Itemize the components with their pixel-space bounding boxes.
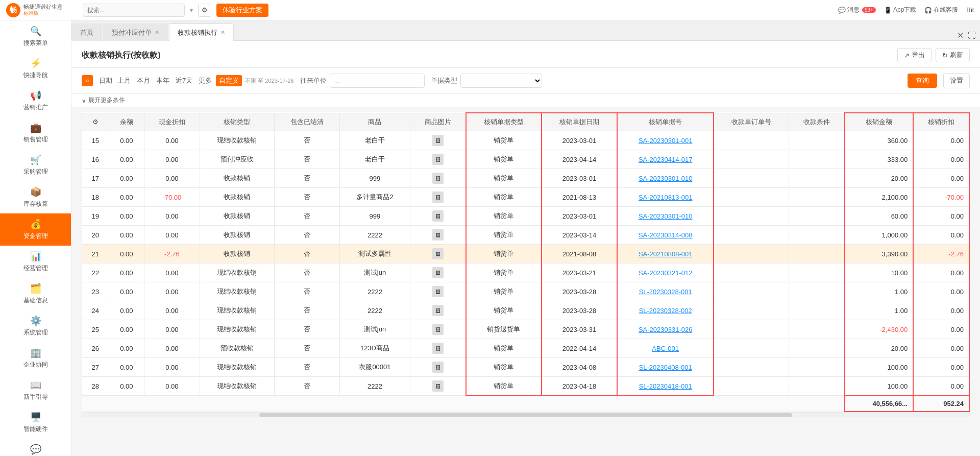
sidebar-item-management[interactable]: 📊经营管理	[0, 246, 71, 278]
cell-cancel-bill-no[interactable]: SL-20230418-001	[617, 377, 714, 396]
cell-cancel-bill-no[interactable]: SA-20230314-008	[617, 226, 714, 245]
cell-cancel-bill-no[interactable]: SA-20230301-010	[617, 169, 714, 188]
cell-cancel-bill-no[interactable]: SL-20230328-001	[617, 282, 714, 301]
cell-cancel-bill-type: 销货单	[466, 377, 542, 396]
col-settings[interactable]: ⚙	[82, 113, 109, 131]
date-more[interactable]: 更多	[197, 75, 214, 86]
sidebar-item-marketing[interactable]: 📢营销推广	[0, 85, 71, 117]
sidebar-item-finance[interactable]: 💰资金管理	[0, 213, 71, 246]
sidebar-item-purchase[interactable]: 🛒采购管理	[0, 149, 71, 181]
cell-cancel-bill-date: 2023-04-18	[542, 377, 617, 396]
cell-cancel-discount: 0.00	[913, 169, 969, 188]
sidebar-item-search[interactable]: 🔍搜索菜单	[0, 20, 71, 53]
marketing-icon: 📢	[30, 90, 41, 101]
cell-goods-image: 🖼	[410, 188, 466, 207]
cell-cancel-amount: 10.00	[845, 263, 913, 282]
maximize-icon[interactable]: ⛶	[968, 31, 976, 40]
cell-receipt-condition	[789, 226, 845, 245]
cell-cancel-discount: 0.00	[913, 263, 969, 282]
date-7days[interactable]: 近7天	[174, 75, 194, 86]
table-row: 20 0.00 0.00 收款核销 否 2222 🖼 销货单 2023-03-1…	[82, 226, 970, 245]
cell-cancel-type: 收款核销	[200, 169, 275, 188]
cell-cash-discount: -70.00	[144, 188, 200, 207]
cell-no: 20	[82, 226, 109, 245]
cell-cancel-amount: 60.00	[845, 207, 913, 226]
cell-cancel-discount: 0.00	[913, 150, 969, 169]
cell-cancel-type: 现结收款核销	[200, 377, 275, 396]
sidebar-item-wechat[interactable]: 💬企业微信	[0, 439, 71, 456]
cell-goods-image: 🖼	[410, 301, 466, 320]
inventory-icon: 📦	[30, 186, 41, 198]
chevron-down-icon: ∨	[82, 97, 86, 104]
cell-receipt-condition	[789, 150, 845, 169]
cell-cancel-type: 现结收款核销	[200, 320, 275, 339]
chevron-down-icon[interactable]: ▾	[190, 7, 193, 14]
col-include-closed: 包含已结清	[275, 113, 340, 131]
query-button[interactable]: 查询	[908, 74, 937, 88]
sidebar-item-system[interactable]: ⚙️系统管理	[0, 310, 71, 342]
refresh-button[interactable]: ↻ 刷新	[936, 48, 970, 62]
cell-cancel-bill-no[interactable]: SA-20230301-001	[617, 131, 714, 150]
cell-receipt-order-no	[714, 377, 789, 396]
tab-首页[interactable]: 首页	[71, 23, 102, 41]
tab-close-icon[interactable]: ✕	[220, 29, 225, 36]
industry-button[interactable]: 休验行业方案	[216, 4, 268, 17]
date-this-month[interactable]: 本月	[135, 75, 152, 86]
cell-cancel-bill-no[interactable]: SA-20230301-010	[617, 207, 714, 226]
export-button[interactable]: ↗ 导出	[897, 48, 932, 62]
tab-close-icon[interactable]: ✕	[155, 29, 159, 36]
sidebar-item-newbie[interactable]: 📖新手引导	[0, 374, 71, 406]
cell-cancel-bill-type: 销货单	[466, 169, 542, 188]
date-this-year[interactable]: 本年	[154, 75, 172, 86]
cell-cancel-bill-type: 销货退货单	[466, 320, 542, 339]
sidebar-item-sales[interactable]: 💼销售管理	[0, 117, 71, 149]
refresh-icon: ↻	[942, 52, 948, 59]
cell-cancel-bill-no[interactable]: SA-20230331-026	[617, 320, 714, 339]
basic-icon: 🗂️	[30, 283, 41, 294]
cell-cancel-bill-no[interactable]: SL-20230328-002	[617, 301, 714, 320]
date-custom[interactable]: 自定义	[216, 75, 242, 86]
close-window-icon[interactable]: ✕	[957, 31, 964, 40]
cell-cancel-bill-no[interactable]: SA-20210813-001	[617, 188, 714, 207]
management-icon: 📊	[30, 251, 41, 262]
search-input[interactable]	[83, 4, 185, 17]
col-goods-image: 商品图片	[410, 113, 466, 131]
table-row: 27 0.00 0.00 现结收款核销 否 衣服00001 🖼 销货单 2023…	[82, 358, 970, 377]
app-download-button[interactable]: 📱 App下载	[884, 6, 916, 14]
from-unit-input[interactable]	[330, 74, 425, 88]
gear-button[interactable]: ⚙	[198, 4, 211, 17]
sidebar-item-corp[interactable]: 🏢企业协同	[0, 342, 71, 374]
table-row: 15 0.00 0.00 现结收款核销 否 老白干 🖼 销货单 2023-03-…	[82, 131, 970, 150]
logo-text: 畅捷通谱好生意 标准版	[23, 4, 63, 16]
expand-more-button[interactable]: ∨ 展开更多条件	[82, 96, 970, 105]
sidebar-item-hardware[interactable]: 🖥️智能硬件	[0, 406, 71, 439]
horizontal-scrollbar[interactable]	[82, 412, 970, 417]
cell-cancel-bill-no[interactable]: SA-20230321-012	[617, 263, 714, 282]
tab-收款核销执行[interactable]: 收款核销执行✕	[169, 23, 234, 41]
tab-预付冲应付单[interactable]: 预付冲应付单✕	[103, 23, 168, 41]
settings-button[interactable]: 设置	[943, 73, 970, 88]
sidebar-item-basic[interactable]: 🗂️基础信息	[0, 278, 71, 310]
table-header-row: ⚙ 余额 现金折扣 核销类型 包含已结清 商品 商品图片 核销单据类型 核销单据…	[82, 113, 970, 131]
cell-cancel-bill-no[interactable]: ABC-001	[617, 339, 714, 358]
cell-no: 25	[82, 320, 109, 339]
cell-cancel-bill-no[interactable]: SA-20210808-001	[617, 245, 714, 263]
online-support-button[interactable]: 🎧 在线客服	[924, 6, 958, 14]
cell-cancel-bill-no[interactable]: SL-20230408-001	[617, 358, 714, 377]
cell-include-closed: 否	[275, 301, 340, 320]
date-last-month[interactable]: 上月	[115, 75, 133, 86]
corp-icon: 🏢	[30, 347, 41, 358]
cell-cancel-discount: 0.00	[913, 339, 969, 358]
filter-expand-button[interactable]: »	[82, 75, 93, 86]
cell-goods: 衣服00001	[339, 358, 410, 377]
cell-cancel-type: 收款核销	[200, 207, 275, 226]
cell-receipt-condition	[789, 131, 845, 150]
sidebar-item-quick[interactable]: ⚡快捷导航	[0, 53, 71, 85]
sidebar-item-inventory[interactable]: 📦库存核算	[0, 181, 71, 213]
cell-receipt-order-no	[714, 320, 789, 339]
message-button[interactable]: 💬 消息 99+	[838, 6, 876, 14]
voucher-type-select[interactable]	[460, 74, 542, 88]
cell-cancel-bill-no[interactable]: SA-20230414-017	[617, 150, 714, 169]
table-footer-row: 40,556,66... 952.24	[82, 396, 970, 412]
cell-receipt-condition	[789, 263, 845, 282]
